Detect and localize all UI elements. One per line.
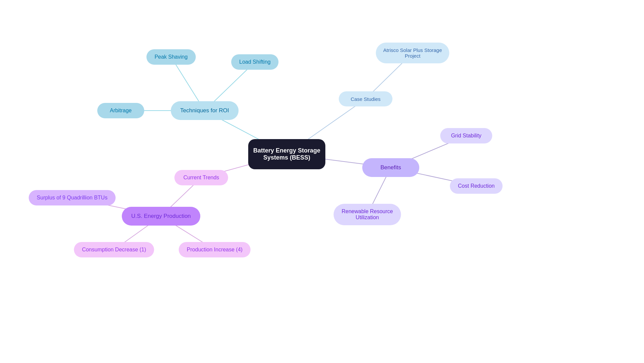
atrisco-label: Atrisco Solar Plus Storage Project <box>383 47 442 59</box>
grid-stability-label: Grid Stability <box>451 133 482 139</box>
peak-shaving-label: Peak Shaving <box>155 54 188 60</box>
renewable-label: Renewable Resource Utilization <box>342 208 393 221</box>
mindmap-container: Battery Energy Storage Systems (BESS) Te… <box>0 0 644 363</box>
case-studies-node[interactable]: Case Studies <box>339 92 392 107</box>
arbitrage-label: Arbitrage <box>110 108 132 114</box>
center-label: Battery Energy Storage Systems (BESS) <box>253 147 320 161</box>
connections-svg <box>0 0 644 363</box>
current-trends-node[interactable]: Current Trends <box>174 170 228 185</box>
load-shifting-label: Load Shifting <box>239 59 270 65</box>
current-trends-label: Current Trends <box>183 175 219 181</box>
surplus-label: Surplus of 9 Quadrillion BTUs <box>37 195 108 201</box>
cost-reduction-label: Cost Reduction <box>458 183 494 189</box>
us-energy-node[interactable]: U.S. Energy Production <box>122 207 200 226</box>
renewable-node[interactable]: Renewable Resource Utilization <box>334 204 401 225</box>
grid-stability-node[interactable]: Grid Stability <box>440 128 492 143</box>
production-inc-label: Production Increase (4) <box>187 247 243 253</box>
atrisco-node[interactable]: Atrisco Solar Plus Storage Project <box>376 43 449 63</box>
center-node[interactable]: Battery Energy Storage Systems (BESS) <box>248 139 325 169</box>
arbitrage-node[interactable]: Arbitrage <box>97 103 144 118</box>
load-shifting-node[interactable]: Load Shifting <box>231 54 278 70</box>
techniques-roi-node[interactable]: Techniques for ROI <box>171 101 238 120</box>
benefits-node[interactable]: Benefits <box>362 158 419 177</box>
peak-shaving-node[interactable]: Peak Shaving <box>147 49 196 65</box>
production-inc-node[interactable]: Production Increase (4) <box>179 242 251 257</box>
case-studies-label: Case Studies <box>351 96 380 102</box>
benefits-label: Benefits <box>380 164 401 171</box>
consumption-label: Consumption Decrease (1) <box>82 247 146 253</box>
us-energy-label: U.S. Energy Production <box>131 213 191 220</box>
techniques-roi-label: Techniques for ROI <box>180 107 229 114</box>
surplus-node[interactable]: Surplus of 9 Quadrillion BTUs <box>29 190 116 205</box>
cost-reduction-node[interactable]: Cost Reduction <box>450 178 502 194</box>
consumption-node[interactable]: Consumption Decrease (1) <box>74 242 154 257</box>
